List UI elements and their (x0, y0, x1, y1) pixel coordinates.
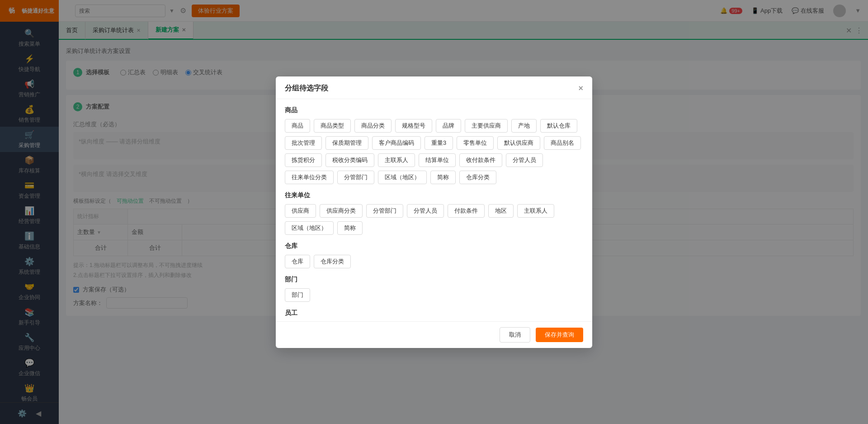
modal-header: 分组待选字段 × (276, 76, 592, 99)
field-tag-1-2[interactable]: 分管部门 (366, 204, 403, 218)
modal: 分组待选字段 × 商品商品商品类型商品分类规格型号品牌主要供应商产地默认仓库批次… (276, 76, 592, 348)
modal-section-fields-3: 部门 (285, 288, 583, 302)
field-tag-0-10[interactable]: 客户商品编码 (372, 136, 421, 150)
modal-section-title-4: 员工 (285, 309, 583, 317)
field-tag-0-11[interactable]: 重量3 (425, 136, 453, 150)
field-tag-0-18[interactable]: 结算单位 (419, 153, 456, 167)
field-tag-0-7[interactable]: 默认仓库 (540, 119, 577, 133)
modal-close-button[interactable]: × (578, 84, 583, 92)
modal-section-fields-0: 商品商品类型商品分类规格型号品牌主要供应商产地默认仓库批次管理保质期管理客户商品… (285, 119, 583, 184)
field-tag-0-15[interactable]: 拣货积分 (285, 153, 322, 167)
save-button[interactable]: 保存并查询 (536, 328, 583, 342)
field-tag-0-25[interactable]: 仓库分类 (459, 171, 496, 184)
field-tag-0-12[interactable]: 零售单位 (457, 136, 494, 150)
modal-section-title-3: 部门 (285, 276, 583, 284)
modal-section-fields-1: 供应商供应商分类分管部门分管人员付款条件地区主联系人区域（地区）简称 (285, 204, 583, 235)
field-tag-0-6[interactable]: 产地 (511, 119, 537, 133)
modal-title: 分组待选字段 (285, 84, 328, 93)
field-tag-1-3[interactable]: 分管人员 (407, 204, 444, 218)
modal-section-title-0: 商品 (285, 106, 583, 114)
modal-overlay: 分组待选字段 × 商品商品商品类型商品分类规格型号品牌主要供应商产地默认仓库批次… (0, 0, 868, 424)
field-tag-0-22[interactable]: 分管部门 (337, 171, 374, 184)
field-tag-0-14[interactable]: 商品别名 (544, 136, 581, 150)
field-tag-0-19[interactable]: 收付款条件 (459, 153, 502, 167)
modal-footer: 取消 保存并查询 (276, 321, 592, 348)
field-tag-0-9[interactable]: 保质期管理 (326, 136, 368, 150)
field-tag-0-16[interactable]: 税收分类编码 (326, 153, 374, 167)
field-tag-0-24[interactable]: 简称 (430, 171, 456, 184)
field-tag-3-0[interactable]: 部门 (285, 288, 310, 302)
modal-section-fields-2: 仓库仓库分类 (285, 255, 583, 268)
field-tag-1-6[interactable]: 主联系人 (517, 204, 554, 218)
field-tag-0-5[interactable]: 主要供应商 (465, 119, 508, 133)
field-tag-0-1[interactable]: 商品类型 (314, 119, 351, 133)
modal-section-title-2: 仓库 (285, 242, 583, 250)
field-tag-1-0[interactable]: 供应商 (285, 204, 316, 218)
field-tag-0-2[interactable]: 商品分类 (354, 119, 392, 133)
field-tag-0-0[interactable]: 商品 (285, 119, 310, 133)
field-tag-1-8[interactable]: 简称 (337, 221, 363, 235)
modal-section-title-1: 往来单位 (285, 191, 583, 200)
cancel-button[interactable]: 取消 (500, 327, 530, 343)
field-tag-1-4[interactable]: 付款条件 (448, 204, 485, 218)
field-tag-2-1[interactable]: 仓库分类 (314, 255, 351, 268)
field-tag-0-3[interactable]: 规格型号 (395, 119, 432, 133)
field-tag-1-1[interactable]: 供应商分类 (320, 204, 363, 218)
field-tag-0-20[interactable]: 分管人员 (506, 153, 543, 167)
field-tag-2-0[interactable]: 仓库 (285, 255, 310, 268)
field-tag-0-21[interactable]: 往来单位分类 (285, 171, 334, 184)
field-tag-1-5[interactable]: 地区 (488, 204, 514, 218)
field-tag-1-7[interactable]: 区域（地区） (285, 221, 334, 235)
field-tag-0-8[interactable]: 批次管理 (285, 136, 322, 150)
field-tag-0-23[interactable]: 区域（地区） (378, 171, 427, 184)
field-tag-0-13[interactable]: 默认供应商 (497, 136, 540, 150)
modal-body: 商品商品商品类型商品分类规格型号品牌主要供应商产地默认仓库批次管理保质期管理客户… (276, 99, 592, 321)
field-tag-0-4[interactable]: 品牌 (436, 119, 461, 133)
field-tag-0-17[interactable]: 主联系人 (378, 153, 415, 167)
